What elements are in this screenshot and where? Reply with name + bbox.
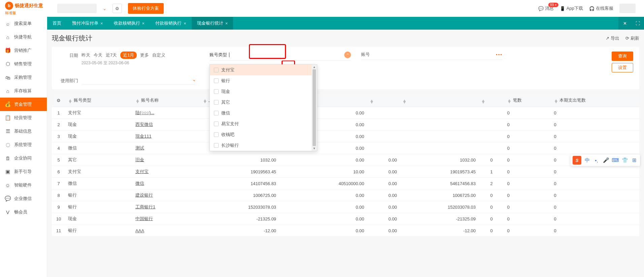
checkbox[interactable] [214, 111, 219, 115]
ime-grid-icon[interactable]: ⊞ [631, 157, 638, 164]
date-chip[interactable]: 更多 [140, 52, 149, 58]
checkbox[interactable] [214, 122, 219, 126]
dropdown-item[interactable]: 现金 [210, 86, 317, 97]
checkbox[interactable] [214, 89, 219, 94]
sidebar-item[interactable]: ☺智能硬件 [0, 178, 47, 192]
table-header[interactable]: ▲▼ [478, 94, 504, 107]
account-link[interactable]: 中国银行 [135, 216, 153, 221]
dropdown-item[interactable]: 易宝支付 [210, 118, 317, 129]
sidebar-item[interactable]: ⌕搜索菜单 [0, 17, 47, 30]
checkbox[interactable] [214, 78, 219, 83]
refresh-button[interactable]: ⟳刷新 [625, 35, 639, 41]
trial-button[interactable]: 体验行业方案 [128, 3, 164, 14]
ime-toolbar[interactable]: S 中 •, 🎤 ⌨ 👕 ⊞ [571, 154, 640, 166]
account-type-field[interactable]: 账号类型 ⌃ [210, 51, 351, 61]
sort-icon[interactable]: ▲▼ [135, 99, 140, 103]
sidebar-item[interactable]: 🛍采购管理 [0, 71, 47, 84]
checkbox[interactable] [214, 100, 219, 105]
export-button[interactable]: ↗导出 [606, 35, 619, 41]
tab[interactable]: 首页 [47, 17, 67, 30]
sort-icon[interactable]: ▲▼ [203, 99, 207, 103]
company-selector[interactable]: ⌄ ⚙ 体验行业方案 [57, 3, 164, 14]
checkbox[interactable] [214, 68, 219, 72]
tab[interactable]: 付款核销执行× [150, 17, 192, 30]
table-header[interactable]: ▲▼账号名称 [133, 94, 200, 107]
sort-icon[interactable]: ▲▼ [481, 100, 485, 103]
dropdown-item[interactable]: 长沙银行 [210, 140, 317, 151]
sidebar-item[interactable]: 🎁营销推广 [0, 44, 47, 57]
ime-skin-icon[interactable]: 👕 [621, 157, 629, 164]
app-download-button[interactable]: 📱 App下载 [560, 5, 583, 11]
dropdown-scrollbar[interactable]: ▲ ▼ [312, 65, 317, 151]
dropdown-item[interactable]: 银行 [210, 75, 317, 86]
dropdown-item[interactable]: 支付宝 [210, 65, 317, 75]
support-button[interactable]: 🎧 在线客服 [589, 5, 613, 11]
close-icon[interactable]: × [184, 21, 186, 26]
sidebar-item[interactable]: ▣新手引导 [0, 165, 47, 178]
ime-punct-icon[interactable]: •, [593, 157, 600, 164]
date-chip[interactable]: 近1月 [120, 51, 137, 59]
dropdown-item[interactable]: 收钱吧 [210, 129, 317, 140]
account-link[interactable]: 工商银行1 [135, 204, 155, 209]
scroll-down-icon[interactable]: ▼ [313, 147, 316, 150]
scroll-thumb[interactable] [313, 69, 316, 146]
account-field[interactable]: 账号 ••• [361, 51, 503, 60]
sidebar-item[interactable]: 💬企业微信 [0, 192, 47, 205]
sidebar-item[interactable]: 🗓企业协同 [0, 151, 47, 165]
sidebar-item[interactable]: ⌂库存核算 [0, 84, 47, 98]
checkbox[interactable] [214, 132, 219, 137]
account-link[interactable]: 陆(○○○)... [135, 110, 154, 115]
sort-icon[interactable]: ▲▼ [68, 99, 72, 103]
table-header[interactable]: ▲▼账号类型 [65, 94, 133, 107]
date-chip[interactable]: 近7天 [106, 52, 117, 58]
table-header[interactable]: ▲▼笔数 [505, 94, 551, 107]
account-link[interactable]: 支付宝 [135, 169, 149, 174]
messages-button[interactable]: 💬 消息 99 + [538, 5, 554, 11]
query-button[interactable]: 查询 [612, 51, 633, 61]
dropdown-item[interactable]: 微信 [210, 108, 317, 118]
account-link[interactable]: AAA [135, 228, 144, 233]
checkbox[interactable] [214, 143, 219, 148]
close-icon[interactable]: × [142, 21, 145, 26]
settings-button[interactable]: 设置 [612, 63, 633, 72]
sidebar-item[interactable]: ⌂快捷导航 [0, 30, 47, 44]
sidebar-item[interactable]: V畅会员 [0, 205, 47, 219]
table-header[interactable]: ▲▼ [400, 94, 479, 107]
ime-zh-icon[interactable]: 中 [583, 157, 591, 164]
account-link[interactable]: 现金111 [135, 134, 152, 139]
sort-icon[interactable]: ▲▼ [554, 99, 558, 103]
sidebar-item[interactable]: 📋经营管理 [0, 111, 47, 125]
account-link[interactable]: 微信 [135, 181, 144, 186]
tab[interactable]: 现金银行统计× [192, 17, 233, 30]
more-icon[interactable]: ••• [496, 52, 503, 57]
sidebar-item[interactable]: 💰资金管理 [0, 98, 47, 111]
account-link[interactable]: 旧金 [135, 157, 144, 162]
sidebar-item[interactable]: ☰基础信息 [0, 125, 47, 138]
sort-icon[interactable]: ▲▼ [402, 100, 407, 103]
tab[interactable]: 预付冲应付单× [67, 17, 108, 30]
account-link[interactable]: 西安微信 [135, 122, 153, 127]
tab[interactable]: 收款核销执行× [108, 17, 150, 30]
table-header[interactable]: ▲▼ [367, 94, 399, 107]
gear-icon[interactable]: ⚙ [112, 4, 122, 13]
date-chip[interactable]: 自定义 [152, 52, 165, 58]
date-chip[interactable]: 今天 [94, 52, 102, 58]
date-chip[interactable]: 昨天 [82, 52, 90, 58]
dropdown-item[interactable]: 其它 [210, 97, 317, 108]
sort-icon[interactable]: ▲▼ [507, 99, 512, 103]
avatar[interactable] [619, 4, 636, 13]
tab-close-all[interactable]: ✕ [618, 17, 631, 30]
close-icon[interactable]: × [100, 21, 103, 26]
th-gear[interactable]: ⚙ [52, 94, 65, 107]
collapse-icon[interactable]: ⌃ [344, 51, 351, 58]
sort-icon[interactable]: ▲▼ [369, 100, 374, 103]
table-header[interactable]: ▲▼本期支出笔数 [551, 94, 639, 107]
sidebar-item[interactable]: ◌系统管理 [0, 138, 47, 151]
account-link[interactable]: 建设银行 [135, 193, 153, 198]
close-icon[interactable]: × [225, 21, 228, 26]
scroll-up-icon[interactable]: ▲ [313, 65, 316, 69]
dept-field[interactable]: ⌄ [82, 77, 196, 84]
ime-mic-icon[interactable]: 🎤 [602, 157, 610, 164]
sidebar-item[interactable]: ⬡销售管理 [0, 57, 47, 71]
tab-fullscreen[interactable]: ⛶ [631, 17, 644, 30]
